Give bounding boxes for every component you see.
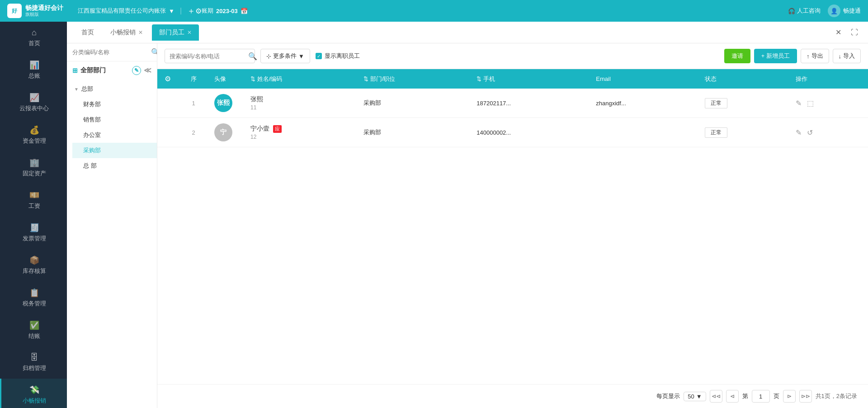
filter-more-btn[interactable]: ⊹ 更多条件 ▼ (260, 49, 310, 63)
dept-node-head[interactable]: ▼ 总部 (67, 81, 157, 97)
sidebar-item-assets[interactable]: 🏢 固定资产 (0, 151, 67, 184)
row1-edit-icon[interactable]: ✎ (796, 99, 802, 108)
expense-icon: 💸 (29, 385, 39, 395)
calendar-icon[interactable]: 📅 (241, 8, 248, 14)
table-settings-icon[interactable]: ⚙ (165, 75, 171, 83)
dept-edit-icon[interactable]: ✎ (132, 66, 141, 75)
pagination: 每页显示 50 ▼ ⊲⊲ ⊲ 第 页 ⊳ ⊳⊳ 共1页，2条记录 (157, 384, 868, 408)
tab-expense[interactable]: 小畅报销 ✕ (103, 24, 150, 41)
dept-label-general: 总 部 (83, 162, 97, 170)
col-settings: ⚙ (157, 69, 180, 89)
show-resigned-checkbox[interactable]: ✓ (316, 53, 322, 59)
page-prev-btn[interactable]: ⊲ (726, 390, 739, 403)
page-first-btn[interactable]: ⊲⊲ (710, 390, 722, 403)
sidebar-item-funds[interactable]: 💰 资金管理 (0, 119, 67, 151)
row1-code: 11 (250, 104, 349, 111)
col-phone[interactable]: ⇅ 手机 (469, 69, 589, 89)
row2-email (589, 118, 698, 147)
tab-bar: 首页 小畅报销 ✕ 部门员工 ✕ ✕ ⛶ (67, 22, 868, 43)
dept-header-actions: ✎ ≪ (132, 66, 151, 75)
col-num: 序 (180, 69, 207, 89)
dept-node-sales[interactable]: 销售部 (72, 112, 157, 127)
sidebar-item-home[interactable]: ⌂ 首页 (0, 22, 67, 54)
tab-expense-close[interactable]: ✕ (138, 29, 143, 36)
table-row: 1 张熙 张熙 11 采购部 (157, 89, 868, 118)
row2-actions-cell: ✎ ↺ (788, 118, 868, 147)
page-size-select[interactable]: 50 ▼ (684, 392, 706, 401)
page-size-chevron: ▼ (696, 393, 702, 400)
tab-close-btn[interactable]: ✕ (832, 26, 844, 39)
row1-logout-icon[interactable]: ⬚ (807, 99, 814, 108)
row2-phone: 140000002... (469, 118, 589, 147)
page-next-btn[interactable]: ⊳ (783, 390, 796, 403)
dept-node-finance[interactable]: 财务部 (72, 97, 157, 112)
sidebar-item-checkout[interactable]: ✅ 结账 (0, 314, 67, 347)
row2-action-icons: ✎ ↺ (796, 128, 861, 137)
row2-edit-icon[interactable]: ✎ (796, 128, 802, 137)
dept-arrow-head: ▼ (74, 87, 79, 92)
tab-dept-label: 部门员工 (159, 28, 184, 37)
logo-icon: 好 (7, 4, 22, 18)
header-settings-btn[interactable]: ⚙ (195, 7, 202, 15)
toolbar: 🔍 ⊹ 更多条件 ▼ ✓ 显示离职员工 邀请 + 新增员工 (157, 43, 868, 69)
sidebar-item-label-inventory: 库存核算 (23, 267, 46, 275)
dept-search-icon[interactable]: 🔍 (151, 48, 157, 56)
dept-search-input[interactable] (72, 49, 148, 56)
sidebar-item-label-assets: 固定资产 (23, 169, 46, 178)
row2-code: 12 (250, 134, 349, 140)
tab-home[interactable]: 首页 (74, 24, 101, 41)
header-add-btn[interactable]: ＋ (187, 5, 195, 16)
invite-btn[interactable]: 邀请 (724, 49, 750, 63)
dept-panel: 🔍 ⊞ 全部部门 ✎ ≪ ▼ 总部 (67, 43, 157, 408)
row2-avatar-cell: 宁 (207, 118, 243, 147)
sidebar-item-payroll[interactable]: 💴 工资 (0, 184, 67, 216)
app-subtitle: 旗舰版 (25, 11, 63, 18)
sidebar-item-archive[interactable]: 🗄 归档管理 (0, 347, 67, 379)
add-employee-btn[interactable]: + 新增员工 (754, 49, 797, 63)
employee-search-box: 🔍 (165, 49, 255, 63)
tab-dept-employee[interactable]: 部门员工 ✕ (152, 24, 199, 41)
employee-search-input[interactable] (170, 53, 245, 60)
sidebar: ⌂ 首页 📊 总账 📈 云报表中心 💰 资金管理 🏢 固定资产 💴 工资 🧾 发… (0, 22, 67, 408)
row1-phone: 187202117... (469, 89, 589, 118)
company-selector[interactable]: 江西服宝精品有限责任公司内账张 ▼ (78, 7, 175, 15)
dept-node-purchase[interactable]: 采购部 (72, 143, 157, 158)
service-btn[interactable]: 🎧 人工咨询 (788, 7, 821, 15)
dept-node-office[interactable]: 办公室 (72, 127, 157, 143)
sidebar-item-label-ledger: 总账 (28, 72, 40, 80)
dept-label-purchase: 采购部 (83, 146, 101, 155)
logo-area: 好 畅捷通好会计 旗舰版 (7, 4, 74, 18)
page-goto-label: 第 (742, 392, 748, 400)
page-last-btn[interactable]: ⊳⊳ (799, 390, 812, 403)
header-divider-1: | (180, 7, 182, 15)
tab-expand-btn[interactable]: ⛶ (848, 26, 861, 39)
period-label: 账期 (202, 7, 213, 15)
sidebar-item-ledger[interactable]: 📊 总账 (0, 54, 67, 86)
row2-reset-icon[interactable]: ↺ (807, 128, 813, 137)
payroll-icon: 💴 (29, 190, 39, 200)
row1-name: 张熙 (250, 95, 349, 103)
tab-dept-close[interactable]: ✕ (187, 29, 192, 36)
show-resigned-area[interactable]: ✓ 显示离职员工 (316, 52, 360, 60)
row2-name-code: 宁小壹 应 12 (250, 125, 349, 140)
dept-label-finance: 财务部 (83, 100, 101, 108)
sidebar-item-tax[interactable]: 📋 税务管理 (0, 281, 67, 314)
row1-status-badge: 正常 (705, 98, 727, 108)
page-input[interactable] (752, 390, 770, 403)
row2-num: 2 (180, 118, 207, 147)
col-dept[interactable]: ⇅ 部门/职位 (356, 69, 469, 89)
sidebar-item-expense[interactable]: 💸 小畅报销 (0, 379, 67, 408)
assets-icon: 🏢 (29, 158, 39, 168)
row1-select-cell (157, 89, 180, 118)
dept-node-general[interactable]: 总 部 (72, 158, 157, 174)
employee-search-icon[interactable]: 🔍 (248, 52, 257, 61)
sidebar-item-inventory[interactable]: 📦 库存核算 (0, 249, 67, 281)
user-area[interactable]: 👤 畅捷通 (828, 5, 861, 17)
col-name[interactable]: ⇅ 姓名/编码 (243, 69, 356, 89)
import-btn[interactable]: ↓ 导入 (833, 49, 861, 63)
export-btn[interactable]: ↑ 导出 (801, 49, 829, 63)
dept-collapse-icon[interactable]: ≪ (144, 66, 151, 75)
dept-header: ⊞ 全部部门 ✎ ≪ (67, 61, 157, 80)
sidebar-item-invoice[interactable]: 🧾 发票管理 (0, 216, 67, 249)
sidebar-item-reports[interactable]: 📈 云报表中心 (0, 86, 67, 119)
